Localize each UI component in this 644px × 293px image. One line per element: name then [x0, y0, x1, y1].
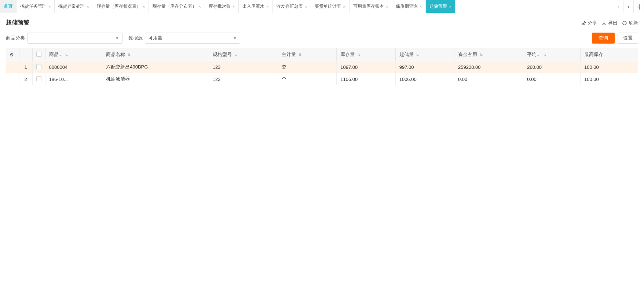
row-product-code-1: 186-10... [45, 73, 102, 85]
sort-spec-icon: ⇅ [234, 53, 237, 57]
row-max-stock-0: 100.00 [581, 61, 638, 73]
column-header-stock[interactable]: 库存量 ⇅ [337, 48, 395, 61]
close-tab-2[interactable]: × [87, 4, 89, 9]
share-button[interactable]: 分享 [581, 20, 597, 26]
nav-prev-arrow[interactable]: ‹ [613, 0, 623, 13]
column-header-spec[interactable]: 规格型号 ⇅ [209, 48, 278, 61]
row-overstock-0: 997.00 [395, 61, 454, 73]
nav-tab-8[interactable]: 要货单统计表 × [311, 0, 349, 13]
export-icon [601, 21, 607, 26]
nav-more-arrow[interactable]: ›| [634, 0, 644, 13]
nav-tab-9[interactable]: 可用量库存账本 × [350, 0, 392, 13]
nav-tab-5[interactable]: 库存批次账 × [205, 0, 239, 13]
data-table: ⚙ 商品... ⇅ 商品名称 ⇅ 规格型号 ⇅ [6, 48, 638, 85]
close-tab-1[interactable]: × [48, 4, 51, 9]
row-capital-0: 259220.00 [454, 61, 523, 73]
export-button[interactable]: 导出 [601, 20, 618, 26]
row-settings-1 [6, 73, 19, 85]
column-header-product-code[interactable]: 商品... ⇅ [45, 48, 102, 61]
sort-capital-icon: ⇅ [480, 53, 483, 57]
row-spec-0: 123 [209, 61, 278, 73]
row-select-checkbox-0[interactable] [36, 64, 41, 69]
row-checkbox-1[interactable] [32, 73, 45, 85]
row-spec-1: 123 [209, 73, 278, 85]
column-header-index [19, 48, 32, 61]
data-source-label: 数据源 [128, 35, 143, 41]
close-tab-4[interactable]: × [198, 4, 201, 9]
top-navigation: 首页 拣货任务管理 × 拣货异常处理 × 现存量（库存状况表） × 现存量（库存… [0, 0, 644, 13]
column-header-settings[interactable]: ⚙ [6, 48, 19, 61]
filter-action-buttons: 查询 设置 [592, 33, 638, 44]
column-header-overstock[interactable]: 超储量 ⇅ [395, 48, 454, 61]
row-avg-1: 0.00 [523, 73, 581, 85]
column-header-unit[interactable]: 主计量 ⇅ [278, 48, 336, 61]
row-product-name-0: 六配套新昌490BPG [102, 61, 209, 73]
page-title: 超储预警 [6, 19, 29, 27]
product-category-value [30, 36, 32, 41]
column-header-max-stock[interactable]: 最高库存 [581, 48, 638, 61]
sort-stock-icon: ⇅ [357, 53, 360, 57]
nav-tab-10[interactable]: 保质期查询 × [392, 0, 426, 13]
data-source-select[interactable]: 可用量 ▼ [145, 33, 240, 44]
data-source-arrow-icon: ▼ [233, 36, 237, 40]
column-header-capital[interactable]: 资金占用 ⇅ [454, 48, 523, 61]
row-checkbox-0[interactable] [32, 61, 45, 73]
row-product-code-0: 0000004 [45, 61, 102, 73]
refresh-icon [622, 21, 627, 26]
row-unit-0: 套 [278, 61, 336, 73]
nav-tab-3[interactable]: 现存量（库存状况表） × [93, 0, 149, 13]
page-content: 超储预警 分享 导出 刷新 商品 [0, 13, 644, 293]
product-category-select[interactable]: ▼ [27, 33, 122, 44]
nav-tab-4[interactable]: 现存量（库存分布表） × [149, 0, 205, 13]
table-header-row: ⚙ 商品... ⇅ 商品名称 ⇅ 规格型号 ⇅ [6, 48, 638, 61]
home-label: 首页 [4, 3, 12, 10]
close-tab-9[interactable]: × [386, 4, 388, 9]
sort-product-name-icon: ⇅ [128, 53, 131, 57]
select-all-checkbox[interactable] [36, 52, 41, 57]
row-max-stock-1: 100.00 [581, 73, 638, 85]
row-settings-0 [6, 61, 19, 73]
column-header-avg[interactable]: 平均... ⇅ [523, 48, 581, 61]
header-actions: 分享 导出 刷新 [581, 20, 638, 26]
row-product-name-1: 机油滤清器 [102, 73, 209, 85]
row-select-checkbox-1[interactable] [36, 76, 41, 81]
column-header-checkbox[interactable] [32, 48, 45, 61]
nav-tab-7[interactable]: 收发存汇总表 × [273, 0, 311, 13]
gear-icon: ⚙ [10, 52, 14, 58]
data-source-value: 可用量 [148, 35, 162, 41]
nav-next-arrow[interactable]: › [623, 0, 634, 13]
row-stock-1: 1106.00 [337, 73, 395, 85]
close-tab-11[interactable]: × [449, 4, 451, 9]
nav-tab-6[interactable]: 出入库流水 × [239, 0, 272, 13]
row-unit-1: 个 [278, 73, 336, 85]
nav-arrow-group: ‹ › ›| [613, 0, 644, 13]
column-header-product-name[interactable]: 商品名称 ⇅ [102, 48, 209, 61]
sort-overstock-icon: ⇅ [416, 53, 419, 57]
row-capital-1: 0.00 [454, 73, 523, 85]
nav-tab-11[interactable]: 超储预警 × [426, 0, 455, 13]
row-index-1: 2 [19, 73, 32, 85]
sort-avg-icon: ⇅ [543, 53, 546, 57]
query-button[interactable]: 查询 [592, 33, 615, 44]
row-index-0: 1 [19, 61, 32, 73]
row-avg-0: 260.00 [523, 61, 581, 73]
close-tab-10[interactable]: × [420, 4, 422, 9]
nav-tab-home[interactable]: 首页 [0, 0, 17, 13]
share-icon [581, 21, 586, 26]
nav-tab-2[interactable]: 拣货异常处理 × [55, 0, 93, 13]
settings-button[interactable]: 设置 [618, 33, 638, 44]
row-overstock-1: 1006.00 [395, 73, 454, 85]
close-tab-7[interactable]: × [305, 4, 307, 9]
row-stock-0: 1097.00 [337, 61, 395, 73]
product-category-filter: 商品分类 ▼ [6, 33, 122, 44]
close-tab-8[interactable]: × [343, 4, 345, 9]
refresh-button[interactable]: 刷新 [622, 20, 638, 26]
product-category-label: 商品分类 [6, 35, 25, 41]
close-tab-5[interactable]: × [233, 4, 235, 9]
close-tab-3[interactable]: × [143, 4, 145, 9]
page-header: 超储预警 分享 导出 刷新 [6, 19, 638, 27]
nav-tab-1[interactable]: 拣货任务管理 × [17, 0, 55, 13]
data-source-filter: 数据源 可用量 ▼ [128, 33, 240, 44]
sort-unit-icon: ⇅ [299, 53, 301, 57]
close-tab-6[interactable]: × [266, 4, 268, 9]
